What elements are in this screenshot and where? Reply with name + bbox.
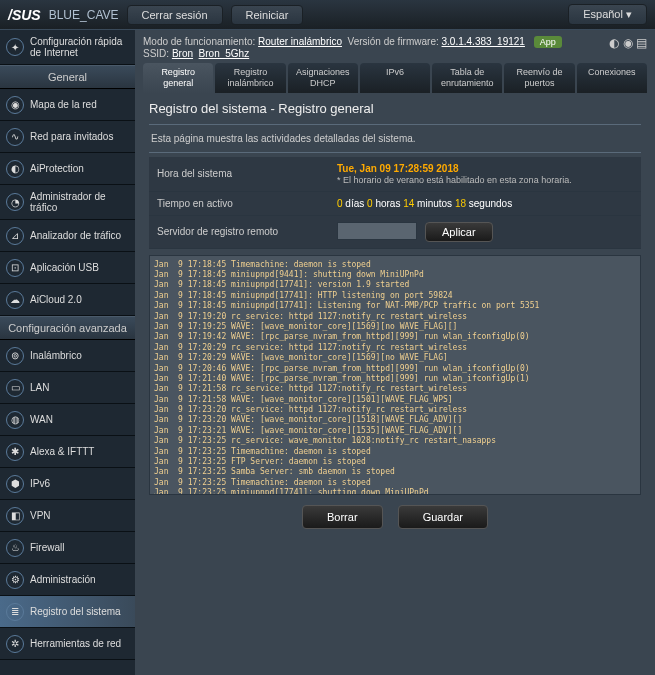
remote-log-input[interactable]	[337, 222, 417, 240]
table-row: Servidor de registro remoto Aplicar	[149, 215, 641, 248]
firmware-link[interactable]: 3.0.1.4.383_19121	[442, 36, 525, 47]
tab-connections[interactable]: Conexiones	[577, 63, 647, 93]
system-info-table: Hora del sistema Tue, Jan 09 17:28:59 20…	[149, 157, 641, 249]
globe-icon: ◉	[6, 96, 24, 114]
sidebar-usb-app[interactable]: ⊡Aplicación USB	[0, 252, 135, 284]
sidebar-firewall[interactable]: ♨Firewall	[0, 532, 135, 564]
vpn-icon: ◧	[6, 507, 24, 525]
table-row: Hora del sistema Tue, Jan 09 17:28:59 20…	[149, 157, 641, 192]
content-area: Modo de funcionamiento: Router inalámbri…	[135, 30, 655, 675]
ssid1-link[interactable]: Bron	[172, 48, 193, 59]
sidebar-header-advanced: Configuración avanzada	[0, 316, 135, 340]
meter-icon: ◔	[6, 193, 24, 211]
lan-icon: ▭	[6, 379, 24, 397]
sidebar-wireless[interactable]: ⊚Inalámbrico	[0, 340, 135, 372]
sidebar-ipv6[interactable]: ⬢IPv6	[0, 468, 135, 500]
sidebar-network-map[interactable]: ◉Mapa de la red	[0, 89, 135, 121]
ssid2-link[interactable]: Bron_5Ghz	[199, 48, 250, 59]
globe-icon: ✦	[6, 38, 24, 56]
page-description: Esta página muestra las actividades deta…	[149, 124, 641, 153]
sidebar-header-general: General	[0, 65, 135, 89]
sidebar-vpn[interactable]: ◧VPN	[0, 500, 135, 532]
mode-link[interactable]: Router inalámbrico	[258, 36, 342, 47]
sidebar-wan[interactable]: ◍WAN	[0, 404, 135, 436]
log-output[interactable]: Jan 9 17:18:45 Timemachine: daemon is st…	[149, 255, 641, 495]
product-name: BLUE_CAVE	[49, 8, 119, 22]
logout-button[interactable]: Cerrar sesión	[127, 5, 223, 25]
wan-icon: ◍	[6, 411, 24, 429]
sidebar-aicloud[interactable]: ☁AiCloud 2.0	[0, 284, 135, 316]
language-select[interactable]: Español ▾	[568, 4, 647, 25]
top-bar: /SUS BLUE_CAVE Cerrar sesión Reiniciar E…	[0, 0, 655, 30]
sidebar-alexa-ifttt[interactable]: ✱Alexa & IFTTT	[0, 436, 135, 468]
tab-bar: Registro general Registro inalámbrico As…	[143, 63, 647, 93]
sidebar-quick-setup[interactable]: ✦Configuración rápida de Internet	[0, 30, 135, 65]
reboot-button[interactable]: Reiniciar	[231, 5, 304, 25]
chart-icon: ⊿	[6, 227, 24, 245]
cloud-icon: ☁	[6, 291, 24, 309]
tools-icon: ✲	[6, 635, 24, 653]
wifi-icon: ⊚	[6, 347, 24, 365]
apply-button[interactable]: Aplicar	[425, 222, 493, 242]
system-time-label: Hora del sistema	[149, 157, 329, 192]
alexa-icon: ✱	[6, 443, 24, 461]
app-badge[interactable]: App	[534, 36, 562, 48]
dst-note: * El horario de verano está habilitado e…	[337, 175, 572, 185]
log-icon: ≣	[6, 603, 24, 621]
ipv6-icon: ⬢	[6, 475, 24, 493]
firewall-icon: ♨	[6, 539, 24, 557]
uptime-label: Tiempo en activo	[149, 191, 329, 215]
info-bar: Modo de funcionamiento: Router inalámbri…	[143, 36, 647, 59]
sidebar-network-tools[interactable]: ✲Herramientas de red	[0, 628, 135, 660]
usb-icon: ⊡	[6, 259, 24, 277]
system-time-value: Tue, Jan 09 17:28:59 2018	[337, 163, 459, 174]
tab-wireless-log[interactable]: Registro inalámbrico	[215, 63, 285, 93]
sidebar-traffic-manager[interactable]: ◔Administrador de tráfico	[0, 185, 135, 220]
wifi-icon: ∿	[6, 128, 24, 146]
shield-icon: ◐	[6, 160, 24, 178]
tab-port-forwarding[interactable]: Reenvío de puertos	[504, 63, 574, 93]
sidebar-aiprotection[interactable]: ◐AiProtection	[0, 153, 135, 185]
sidebar-system-log[interactable]: ≣Registro del sistema	[0, 596, 135, 628]
clear-button[interactable]: Borrar	[302, 505, 383, 529]
remote-log-label: Servidor de registro remoto	[149, 215, 329, 248]
sidebar-traffic-analyzer[interactable]: ⊿Analizador de tráfico	[0, 220, 135, 252]
tab-general-log[interactable]: Registro general	[143, 63, 213, 93]
sidebar: ✦Configuración rápida de Internet Genera…	[0, 30, 135, 675]
uptime-value: 0 días 0 horas 14 minutos 18 segundos	[329, 191, 641, 215]
save-button[interactable]: Guardar	[398, 505, 488, 529]
page-title: Registro del sistema - Registro general	[149, 101, 641, 116]
sidebar-lan[interactable]: ▭LAN	[0, 372, 135, 404]
sidebar-guest-network[interactable]: ∿Red para invitados	[0, 121, 135, 153]
sidebar-admin[interactable]: ⚙Administración	[0, 564, 135, 596]
logo: /SUS	[8, 7, 41, 23]
tab-routing-table[interactable]: Tabla de enrutamiento	[432, 63, 502, 93]
admin-icon: ⚙	[6, 571, 24, 589]
tab-ipv6[interactable]: IPv6	[360, 63, 430, 93]
table-row: Tiempo en activo 0 días 0 horas 14 minut…	[149, 191, 641, 215]
tab-dhcp-leases[interactable]: Asignaciones DHCP	[288, 63, 358, 93]
